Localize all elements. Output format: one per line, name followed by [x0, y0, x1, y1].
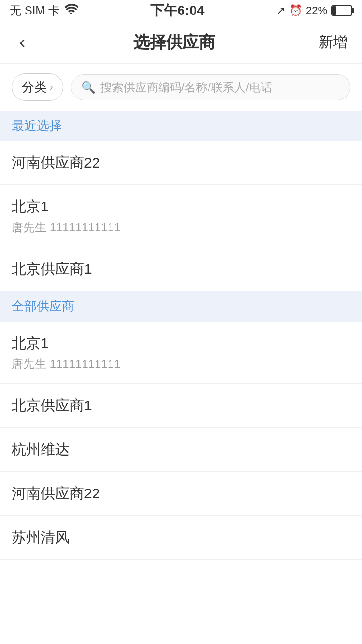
search-icon: 🔍	[81, 81, 96, 94]
page-title: 选择供应商	[133, 31, 215, 54]
section-header-1: 全部供应商	[0, 291, 362, 322]
list-item[interactable]: 北京供应商1	[0, 247, 362, 291]
list-item-name: 北京1	[12, 196, 350, 217]
search-input-wrap[interactable]: 🔍 搜索供应商编码/名称/联系人/电话	[71, 74, 350, 100]
nav-bar: ‹ 选择供应商 新增	[0, 21, 362, 64]
list-item-name: 北京供应商1	[12, 259, 350, 279]
sections-container: 最近选择河南供应商22北京1唐先生 11111111111北京供应商1全部供应商…	[0, 111, 362, 560]
wifi-icon	[65, 4, 78, 17]
list-item-name: 北京1	[12, 333, 350, 353]
status-bar: 无 SIM 卡 下午6:04 ↗ ⏰ 22%	[0, 0, 362, 21]
search-filter-bar: 分类 › 🔍 搜索供应商编码/名称/联系人/电话	[0, 64, 362, 111]
list-item-name: 苏州清风	[12, 527, 350, 547]
back-button[interactable]: ‹	[14, 28, 30, 57]
battery-icon	[331, 5, 352, 16]
list-item[interactable]: 河南供应商22	[0, 472, 362, 516]
list-item-name: 杭州维达	[12, 439, 350, 460]
list-item-name: 河南供应商22	[12, 153, 350, 173]
category-label: 分类	[22, 79, 47, 96]
section-header-0: 最近选择	[0, 111, 362, 141]
list-item-name: 北京供应商1	[12, 395, 350, 416]
battery-percent: 22%	[306, 4, 327, 17]
alarm-icon: ⏰	[289, 4, 302, 17]
list-item[interactable]: 河南供应商22	[0, 141, 362, 185]
list-item[interactable]: 北京1唐先生 11111111111	[0, 322, 362, 384]
status-right: ↗ ⏰ 22%	[277, 4, 352, 17]
chevron-right-icon: ›	[50, 82, 53, 93]
list-item-sub: 唐先生 11111111111	[12, 356, 350, 372]
list-item[interactable]: 北京供应商1	[0, 384, 362, 428]
status-time: 下午6:04	[150, 1, 204, 20]
list-item[interactable]: 苏州清风	[0, 516, 362, 560]
status-left: 无 SIM 卡	[10, 3, 78, 18]
list-item-name: 河南供应商22	[12, 483, 350, 504]
list-item-sub: 唐先生 11111111111	[12, 220, 350, 235]
add-button[interactable]: 新增	[319, 32, 348, 52]
search-placeholder: 搜索供应商编码/名称/联系人/电话	[100, 80, 272, 95]
list-item[interactable]: 北京1唐先生 11111111111	[0, 185, 362, 247]
sim-label: 无 SIM 卡	[10, 3, 60, 18]
list-item[interactable]: 杭州维达	[0, 428, 362, 472]
category-button[interactable]: 分类 ›	[12, 73, 63, 101]
location-icon: ↗	[277, 4, 285, 17]
